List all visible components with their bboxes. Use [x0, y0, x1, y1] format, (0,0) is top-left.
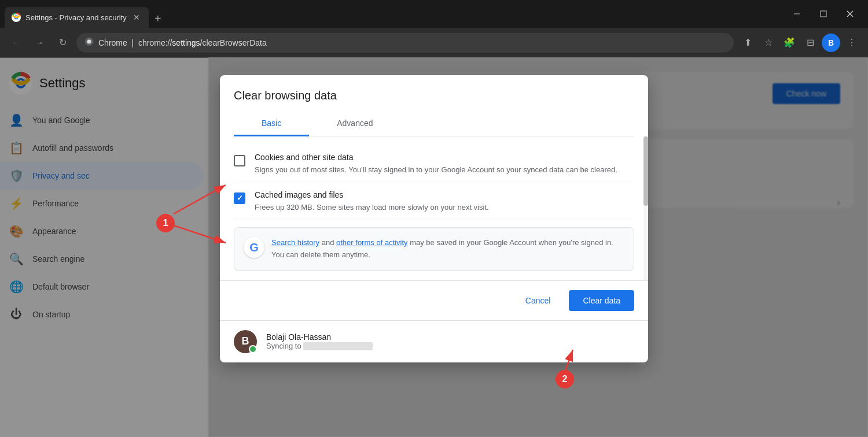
user-name: Bolaji Ola-Hassan: [266, 332, 373, 342]
annotation-1: 1: [156, 214, 175, 232]
tab-advanced[interactable]: Advanced: [309, 112, 400, 136]
google-g-icon: G: [244, 237, 264, 258]
forward-button[interactable]: →: [30, 34, 49, 52]
modal-tabs: Basic Advanced: [234, 112, 634, 136]
tab-basic[interactable]: Basic: [234, 112, 309, 136]
cache-item: Cached images and files Frees up 320 MB.…: [234, 183, 634, 221]
info-text-1: and: [322, 238, 336, 247]
tab-title: Settings - Privacy and security: [25, 13, 127, 22]
reload-button[interactable]: ↻: [53, 34, 72, 52]
new-tab-button[interactable]: +: [149, 9, 167, 28]
more-menu-icon[interactable]: ⋮: [843, 34, 861, 52]
info-box-text: Search history and other forms of activi…: [271, 237, 624, 261]
profile-button[interactable]: B: [822, 34, 840, 52]
maximize-button[interactable]: [810, 5, 837, 23]
clear-data-button[interactable]: Clear data: [569, 290, 634, 311]
titlebar: Settings - Privacy and security ✕ +: [0, 0, 868, 28]
minimize-button[interactable]: [784, 5, 810, 23]
modal-footer: Cancel Clear data: [220, 280, 648, 320]
sync-status: Syncing to: [266, 342, 373, 351]
modal-body: Cookies and other site data Signs you ou…: [220, 136, 648, 280]
address-box[interactable]: Chrome | chrome://settings/clearBrowserD…: [76, 33, 734, 53]
scroll-thumb[interactable]: [643, 136, 648, 206]
cookies-label: Cookies and other site data: [255, 153, 617, 162]
other-activity-link[interactable]: other forms of activity: [336, 238, 408, 247]
tab-close-button[interactable]: ✕: [131, 12, 142, 23]
scroll-track: [643, 136, 648, 280]
cache-label: Cached images and files: [255, 190, 489, 199]
cache-checkbox-wrap: [234, 192, 245, 204]
cache-description: Frees up 320 MB. Some sites may load mor…: [255, 202, 489, 213]
modal-dialog: Clear browsing data Basic Advanced Cooki…: [220, 75, 648, 362]
modal-header: Clear browsing data Basic Advanced: [220, 75, 648, 136]
cookies-item-text: Cookies and other site data Signs you ou…: [255, 153, 617, 176]
active-tab[interactable]: Settings - Privacy and security ✕: [5, 7, 149, 28]
svg-point-8: [87, 40, 91, 44]
search-history-link[interactable]: Search history: [271, 238, 319, 247]
cookies-item: Cookies and other site data Signs you ou…: [234, 146, 634, 183]
tab-area: Settings - Privacy and security ✕ +: [5, 0, 784, 28]
addressbar: ← → ↻ Chrome | chrome://settings/clearBr…: [0, 28, 868, 58]
annotation-2: 2: [556, 370, 574, 388]
sync-dot: [249, 345, 257, 353]
extensions-icon[interactable]: 🧩: [780, 34, 799, 52]
user-avatar: B: [234, 330, 257, 353]
bookmark-icon[interactable]: ☆: [759, 34, 778, 52]
info-box: G Search history and other forms of acti…: [234, 227, 634, 271]
tab-favicon: [12, 13, 21, 22]
annotation-circle-2: 2: [556, 370, 574, 388]
toolbar-icons: ⬆ ☆ 🧩 ⊟ B ⋮: [738, 34, 861, 52]
cancel-button[interactable]: Cancel: [514, 290, 562, 311]
address-text: Chrome | chrome://settings/clearBrowserD…: [98, 38, 726, 47]
svg-rect-4: [821, 11, 826, 17]
back-button[interactable]: ←: [7, 34, 25, 52]
share-icon[interactable]: ⬆: [738, 34, 757, 52]
user-strip: B Bolaji Ola-Hassan Syncing to: [220, 320, 648, 362]
annotation-circle-1: 1: [156, 214, 175, 232]
syncing-bar: [303, 342, 373, 350]
modal-overlay: Clear browsing data Basic Advanced Cooki…: [0, 58, 868, 437]
cache-checkbox[interactable]: [234, 192, 245, 204]
svg-rect-3: [794, 14, 800, 14]
cookies-checkbox-wrap: [234, 155, 245, 166]
profile-menu-icon[interactable]: ⊟: [801, 34, 819, 52]
cookies-checkbox[interactable]: [234, 155, 245, 166]
user-info: Bolaji Ola-Hassan Syncing to: [266, 332, 373, 351]
window-controls: [784, 5, 863, 23]
cache-item-text: Cached images and files Frees up 320 MB.…: [255, 190, 489, 213]
close-button[interactable]: [837, 5, 863, 23]
address-favicon: [84, 37, 94, 48]
cookies-description: Signs you out of most sites. You'll stay…: [255, 164, 617, 176]
modal-title: Clear browsing data: [234, 89, 634, 102]
